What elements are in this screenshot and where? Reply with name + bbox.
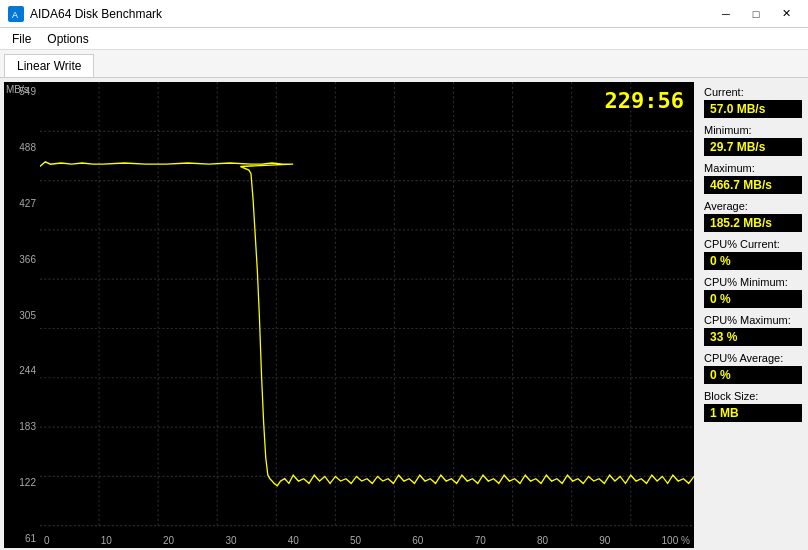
stats-panel: Current: 57.0 MB/s Minimum: 29.7 MB/s Ma… xyxy=(698,78,808,550)
app-icon: A xyxy=(8,6,24,22)
current-value: 57.0 MB/s xyxy=(704,100,802,118)
x-label-50: 50 xyxy=(350,535,361,546)
y-label-549: 549 xyxy=(4,86,40,97)
y-label-366: 366 xyxy=(4,254,40,265)
cpu-avg-value: 0 % xyxy=(704,366,802,384)
cpu-current-label: CPU% Current: xyxy=(704,238,802,250)
title-bar: A AIDA64 Disk Benchmark ─ □ ✕ xyxy=(0,0,808,28)
y-label-244: 244 xyxy=(4,365,40,376)
x-label-10: 10 xyxy=(101,535,112,546)
close-button[interactable]: ✕ xyxy=(772,4,800,24)
title-bar-left: A AIDA64 Disk Benchmark xyxy=(8,6,162,22)
main-content: MB/s 229:56 549 488 427 366 305 244 183 … xyxy=(0,78,808,550)
window-title: AIDA64 Disk Benchmark xyxy=(30,7,162,21)
y-label-183: 183 xyxy=(4,421,40,432)
cpu-max-label: CPU% Maximum: xyxy=(704,314,802,326)
block-size-label: Block Size: xyxy=(704,390,802,402)
block-size-value: 1 MB xyxy=(704,404,802,422)
maximum-label: Maximum: xyxy=(704,162,802,174)
tab-linear-write[interactable]: Linear Write xyxy=(4,54,94,77)
y-label-122: 122 xyxy=(4,477,40,488)
x-label-80: 80 xyxy=(537,535,548,546)
cpu-avg-label: CPU% Average: xyxy=(704,352,802,364)
x-label-90: 90 xyxy=(599,535,610,546)
average-value: 185.2 MB/s xyxy=(704,214,802,232)
y-label-427: 427 xyxy=(4,198,40,209)
y-label-488: 488 xyxy=(4,142,40,153)
chart-svg xyxy=(40,82,694,528)
x-label-20: 20 xyxy=(163,535,174,546)
x-label-70: 70 xyxy=(475,535,486,546)
chart-svg-area xyxy=(40,82,694,528)
maximize-button[interactable]: □ xyxy=(742,4,770,24)
y-axis: 549 488 427 366 305 244 183 122 61 xyxy=(4,82,40,548)
title-controls: ─ □ ✕ xyxy=(712,4,800,24)
x-label-60: 60 xyxy=(412,535,423,546)
maximum-value: 466.7 MB/s xyxy=(704,176,802,194)
x-label-0: 0 xyxy=(44,535,50,546)
cpu-max-value: 33 % xyxy=(704,328,802,346)
x-axis: 0 10 20 30 40 50 60 70 80 90 100 % xyxy=(40,533,694,548)
minimum-value: 29.7 MB/s xyxy=(704,138,802,156)
tab-bar: Linear Write xyxy=(0,50,808,78)
svg-text:A: A xyxy=(12,10,18,20)
y-label-305: 305 xyxy=(4,310,40,321)
menu-bar: File Options xyxy=(0,28,808,50)
x-label-30: 30 xyxy=(225,535,236,546)
average-label: Average: xyxy=(704,200,802,212)
cpu-min-label: CPU% Minimum: xyxy=(704,276,802,288)
x-label-40: 40 xyxy=(288,535,299,546)
cpu-min-value: 0 % xyxy=(704,290,802,308)
menu-options[interactable]: Options xyxy=(39,30,96,48)
y-label-61: 61 xyxy=(4,533,40,544)
menu-file[interactable]: File xyxy=(4,30,39,48)
minimize-button[interactable]: ─ xyxy=(712,4,740,24)
chart-time: 229:56 xyxy=(605,88,684,113)
data-line xyxy=(40,162,694,486)
minimum-label: Minimum: xyxy=(704,124,802,136)
x-label-100: 100 % xyxy=(662,535,690,546)
chart-container: MB/s 229:56 549 488 427 366 305 244 183 … xyxy=(4,82,694,548)
current-label: Current: xyxy=(704,86,802,98)
cpu-current-value: 0 % xyxy=(704,252,802,270)
